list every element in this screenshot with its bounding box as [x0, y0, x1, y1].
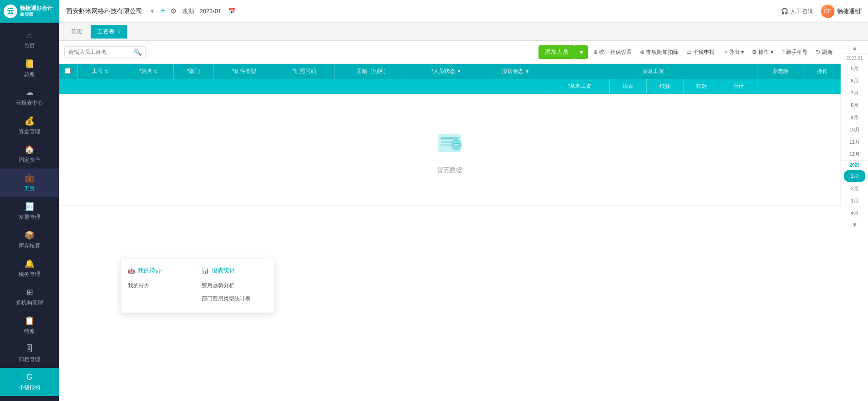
timeline-month-12[interactable]: 12月 [841, 148, 868, 160]
tax-icon: 🔔 [24, 259, 34, 269]
timeline-month-10[interactable]: 10月 [841, 124, 868, 136]
person-status-filter-icon[interactable]: ▼ [457, 69, 461, 74]
page-close-icon[interactable]: × [858, 5, 863, 14]
th-no: 工号 ⇅ [77, 64, 123, 79]
th-total: 合计 [720, 79, 757, 94]
sidebar: 云 畅捷通好会计 旗舰版 ⌂ 首页 📒 总账 ☁ 云报表中心 💰 资金管理 🏠 … [0, 0, 59, 401]
timeline-month-9[interactable]: 9月 [841, 111, 868, 124]
popup-section-reports: 📊 报表统计 费用趋势分析 部门费用类型统计表 [202, 266, 267, 305]
toolbar-btn-refresh[interactable]: ↻ 刷新 [813, 47, 835, 58]
sidebar-item-ledger[interactable]: 📒 总账 [0, 54, 59, 83]
timeline-year-2023: 2023 [841, 160, 868, 169]
user-avatar: CE [821, 5, 834, 18]
sidebar-item-salary[interactable]: 💼 工资 [0, 169, 59, 197]
toolbar-btn-actions[interactable]: ⚙ 操作 ▾ [749, 47, 776, 58]
popup-item-dept-report[interactable]: 部门费用类型统计表 [202, 292, 267, 305]
timeline-month-3[interactable]: 3月 [841, 195, 868, 207]
add-person-button[interactable]: 添加人员 [538, 45, 575, 59]
th-base-salary: *基本工资 [549, 79, 610, 94]
search-input[interactable] [68, 49, 132, 55]
closing-icon: 📋 [24, 316, 34, 326]
main-area: 西安虾米网络科技有限公司 ▼ + ⚙ 账期 2023-01 📅 🎧 人工咨询 C… [59, 0, 868, 401]
timeline-month-6[interactable]: 6月 [841, 75, 868, 87]
timeline-month-5[interactable]: 5月 [841, 63, 868, 75]
topbar-setting-icon[interactable]: ⚙ [170, 7, 177, 15]
timeline-month-4[interactable]: 4月 [841, 207, 868, 219]
svg-point-6 [455, 141, 456, 142]
company-dropdown-icon[interactable]: ▼ [150, 8, 155, 14]
timeline-panel: ▲ 2023.01 5月 6月 7月 8月 9月 10月 11月 12月 202… [841, 41, 868, 401]
actions-dropdown-icon: ▾ [771, 49, 773, 55]
salary-icon: 💼 [24, 173, 34, 183]
calendar-icon[interactable]: 📅 [228, 8, 236, 14]
timeline-nav-up[interactable]: ▲ [850, 43, 860, 53]
timeline-nav-down[interactable]: ▼ [850, 219, 860, 230]
sidebar-item-funds[interactable]: 💰 资金管理 [0, 111, 59, 140]
sidebar-item-archive[interactable]: 🗄 归档管理 [0, 340, 59, 368]
th-checkbox [59, 64, 77, 79]
inventory-icon: 📦 [24, 230, 34, 240]
archive-icon: 🗄 [25, 344, 34, 354]
home-icon: ⌂ [27, 31, 32, 40]
popup-item-trend[interactable]: 费用趋势分析 [202, 279, 267, 292]
th-country: 国籍（地区） [335, 64, 411, 79]
topbar: 西安虾米网络科技有限公司 ▼ + ⚙ 账期 2023-01 📅 🎧 人工咨询 C… [59, 0, 868, 23]
tab-home[interactable]: 首页 [64, 25, 89, 39]
tab-salary-label: 工资表 [97, 28, 115, 36]
sidebar-item-closing[interactable]: 📋 结账 [0, 311, 59, 340]
select-all-checkbox[interactable] [65, 68, 71, 74]
sidebar-item-assets[interactable]: 🏠 固定资产 [0, 140, 59, 169]
th-pension: 养老险 [757, 64, 804, 79]
toolbar-btn-guide[interactable]: ? 新手引导 [779, 47, 810, 58]
popup-item-todo[interactable]: 我的待办 [128, 279, 193, 292]
empty-state: 暂无数据 [63, 97, 836, 202]
service-button[interactable]: 🎧 人工咨询 [781, 7, 814, 15]
tab-salary[interactable]: 工资表 × [91, 25, 127, 39]
table-container: 工号 ⇅ *姓名 ⇅ *部门 *证件类型 *证照号码 国籍（地区） *人员状态 … [59, 64, 841, 401]
logo-sub: 旗舰版 [20, 11, 53, 18]
svg-rect-1 [441, 137, 459, 140]
svg-point-7 [457, 141, 458, 142]
popup-sections: 🤖 我的待办 我的待办 📊 报表统计 费用趋势分析 部门费用类型统计表 [128, 266, 267, 305]
th-report-status: 报送状态 ▼ [482, 64, 549, 79]
th-cert-no: *证照号码 [274, 64, 335, 79]
popup-section-todo: 🤖 我的待办 我的待办 [128, 266, 193, 305]
th-bonus: 绩效 [646, 79, 683, 94]
th-person-status: *人员状态 ▼ [411, 64, 482, 79]
dropdown-popup: 🤖 我的待办 我的待办 📊 报表统计 费用趋势分析 部门费用类型统计表 [120, 259, 274, 313]
toolbar-btn-social[interactable]: ⊕ 统一社保设置 [591, 47, 635, 58]
user-profile[interactable]: CE 畅捷通组 [821, 5, 861, 18]
export-icon: ↗ [723, 49, 727, 55]
th-dept: *部门 [173, 64, 214, 79]
empty-text: 暂无数据 [437, 166, 462, 174]
invoice-icon: 🧾 [24, 202, 34, 212]
timeline-month-7[interactable]: 7月 [841, 87, 868, 99]
sidebar-item-inventory[interactable]: 📦 库存核算 [0, 226, 59, 254]
report-status-filter-icon[interactable]: ▼ [525, 69, 529, 74]
sidebar-item-invoice[interactable]: 🧾 发票管理 [0, 197, 59, 226]
sidebar-item-xiao[interactable]: G 小畅报销 [0, 368, 59, 396]
toolbar-btn-tax[interactable]: ☰ 个税申报 [684, 47, 718, 58]
search-icon[interactable]: 🔍 [134, 48, 141, 56]
guide-btn-icon: ? [781, 49, 785, 55]
table-body: 暂无数据 [59, 94, 841, 206]
social-icon: ⊕ [593, 49, 598, 55]
ledger-icon: 📒 [24, 59, 34, 69]
sidebar-item-multi[interactable]: ⊞ 多机构管理 [0, 283, 59, 311]
toolbar-btn-deduct[interactable]: ⊕ 专项附加扣除 [637, 47, 681, 58]
sidebar-item-tax[interactable]: 🔔 税务管理 [0, 254, 59, 283]
tab-close-icon[interactable]: × [117, 29, 121, 35]
topbar-add-icon[interactable]: + [160, 6, 165, 16]
timeline-month-8[interactable]: 8月 [841, 99, 868, 111]
sidebar-item-home[interactable]: ⌂ 首页 [0, 26, 59, 54]
add-person-dropdown-button[interactable]: ▼ [575, 45, 588, 59]
empty-cell: 暂无数据 [59, 94, 841, 206]
timeline-month-1[interactable]: 1月 [844, 170, 865, 182]
sidebar-item-basic[interactable]: ⚙ 基础设置 [0, 396, 59, 401]
timeline-month-11[interactable]: 11月 [841, 136, 868, 148]
sidebar-menu: ⌂ 首页 📒 总账 ☁ 云报表中心 💰 资金管理 🏠 固定资产 💼 工资 🧾 发… [0, 23, 59, 401]
toolbar-btn-export[interactable]: ↗ 导出 ▾ [720, 47, 747, 58]
th-cert-type: *证件类型 [214, 64, 274, 79]
timeline-month-2[interactable]: 2月 [841, 183, 868, 195]
sidebar-item-reports[interactable]: ☁ 云报表中心 [0, 83, 59, 111]
